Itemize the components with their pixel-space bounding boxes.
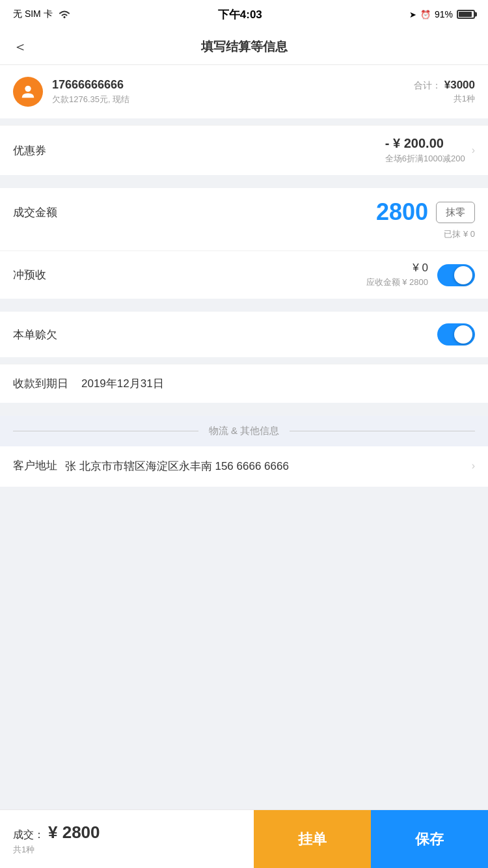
- wifi-icon: [58, 9, 71, 20]
- date-label: 收款到期日: [13, 376, 68, 391]
- alarm-icon: ⏰: [420, 10, 431, 20]
- flush-values: ¥ 0 应收金额 ¥ 2800: [366, 262, 428, 288]
- status-bar: 无 SIM 卡 下午4:03 ➤ ⏰ 91%: [0, 0, 488, 29]
- logistics-line-right: [290, 431, 475, 431]
- customer-row: 17666666666 欠款1276.35元, 现结 合计： ¥3000 共1种: [0, 65, 488, 118]
- debit-section: 本单赊欠: [0, 312, 488, 357]
- page-title: 填写结算等信息: [201, 38, 288, 55]
- flush-section: 冲预收 ¥ 0 应收金额 ¥ 2800: [0, 251, 488, 299]
- status-carrier: 无 SIM 卡: [13, 8, 71, 20]
- customer-phone: 17666666666: [52, 78, 129, 92]
- status-time: 下午4:03: [218, 7, 262, 22]
- svg-point-0: [63, 16, 65, 18]
- avatar: [13, 77, 43, 107]
- date-value: 2019年12月31日: [81, 376, 164, 391]
- coupon-label: 优惠券: [13, 143, 46, 158]
- flush-toggle[interactable]: [437, 264, 475, 286]
- address-value: 张 北京市市辖区海淀区永丰南 156 6666 6666: [65, 458, 464, 475]
- total-count: 共1种: [414, 93, 475, 105]
- customer-sub: 欠款1276.35元, 现结: [52, 94, 129, 105]
- debit-toggle-thumb: [454, 325, 472, 344]
- coupon-row[interactable]: 优惠券 - ¥ 200.00 全场6折满1000减200 ›: [0, 125, 488, 175]
- coupon-desc: 全场6折满1000减200: [385, 153, 465, 165]
- amount-row-wrapper: 成交金额 2800 抹零 已抹 ¥ 0: [0, 188, 488, 251]
- divider-2: [0, 305, 488, 312]
- battery-icon: [457, 10, 475, 19]
- debit-label: 本单赊欠: [13, 327, 57, 342]
- coupon-amount: - ¥ 200.00: [385, 136, 465, 151]
- bottom-bar: 成交： ¥ 2800 共1种 挂单 保存: [0, 809, 488, 868]
- divider-3: [0, 409, 488, 416]
- address-chevron-icon: ›: [472, 460, 475, 472]
- bottom-label: 成交：: [13, 828, 44, 842]
- nav-bar: ＜ 填写结算等信息: [0, 29, 488, 65]
- address-section[interactable]: 客户地址 张 北京市市辖区海淀区永丰南 156 6666 6666 ›: [0, 446, 488, 487]
- carrier-text: 无 SIM 卡: [13, 8, 53, 20]
- address-label: 客户地址: [13, 458, 57, 473]
- content-area: 17666666666 欠款1276.35元, 现结 合计： ¥3000 共1种…: [0, 65, 488, 597]
- total-label-row: 合计： ¥3000: [414, 79, 475, 92]
- back-button[interactable]: ＜: [13, 37, 27, 57]
- total-value: ¥3000: [444, 79, 475, 91]
- svg-point-1: [25, 86, 31, 92]
- battery-percent: 91%: [435, 9, 453, 20]
- coupon-section: 优惠券 - ¥ 200.00 全场6折满1000减200 ›: [0, 125, 488, 175]
- location-icon: ➤: [409, 10, 416, 20]
- flush-label: 冲预收: [13, 267, 46, 282]
- hang-button[interactable]: 挂单: [254, 810, 371, 868]
- toggle-thumb: [454, 266, 472, 284]
- customer-right: 合计： ¥3000 共1种: [414, 79, 475, 105]
- amount-right: 2800 抹零: [376, 198, 475, 226]
- bottom-count: 共1种: [13, 844, 241, 856]
- coupon-right: - ¥ 200.00 全场6折满1000减200 ›: [385, 136, 475, 165]
- coupon-value-block: - ¥ 200.00 全场6折满1000减200: [385, 136, 465, 165]
- save-button[interactable]: 保存: [371, 810, 488, 868]
- amount-row: 成交金额 2800 抹零: [13, 198, 475, 226]
- flush-amount: ¥ 0: [366, 262, 428, 275]
- bottom-amount: ¥ 2800: [48, 822, 100, 843]
- bottom-info: 成交： ¥ 2800 共1种: [0, 810, 254, 868]
- deal-amount-section: 成交金额 2800 抹零 已抹 ¥ 0 冲预收 ¥ 0 应收金额 ¥ 2800: [0, 188, 488, 299]
- divider-1: [0, 182, 488, 188]
- date-row: 收款到期日 2019年12月31日: [13, 376, 475, 391]
- gray-fill-area: [0, 487, 488, 539]
- deal-amount-value: 2800: [376, 198, 428, 226]
- status-indicators: ➤ ⏰ 91%: [409, 9, 475, 20]
- bottom-total-row: 成交： ¥ 2800: [13, 822, 241, 843]
- date-section: 收款到期日 2019年12月31日: [0, 364, 488, 403]
- customer-info: 17666666666 欠款1276.35元, 现结: [52, 78, 129, 105]
- round-button[interactable]: 抹零: [436, 202, 475, 223]
- debit-toggle[interactable]: [437, 323, 475, 346]
- logistics-text: 物流 & 其他信息: [209, 425, 279, 437]
- customer-left: 17666666666 欠款1276.35元, 现结: [13, 77, 129, 107]
- deal-amount-label: 成交金额: [13, 205, 57, 220]
- total-label: 合计：: [414, 80, 441, 90]
- customer-section: 17666666666 欠款1276.35元, 现结 合计： ¥3000 共1种: [0, 65, 488, 118]
- logistics-line-left: [13, 431, 198, 431]
- logistics-header: 物流 & 其他信息: [0, 416, 488, 446]
- deal-amount-sub: 已抹 ¥ 0: [13, 228, 475, 240]
- coupon-chevron-icon: ›: [472, 144, 475, 156]
- flush-sub: 应收金额 ¥ 2800: [366, 277, 428, 288]
